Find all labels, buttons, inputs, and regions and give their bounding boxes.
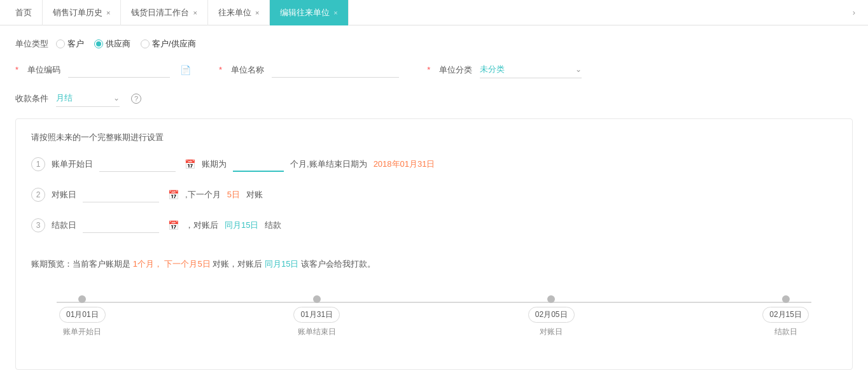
- unit-name-label: 单位名称: [231, 64, 264, 76]
- step-2-suffix-after: 对账: [246, 189, 263, 201]
- timeline-label-start: 账单开始日: [63, 327, 101, 337]
- tab-home[interactable]: 首页: [5, 0, 43, 25]
- preview-p1: 1个月，: [133, 259, 162, 269]
- step-3-suffix-before: ，对账后: [185, 220, 218, 231]
- unit-name-required: *: [219, 65, 222, 74]
- payment-condition-label: 收款条件: [15, 93, 48, 104]
- tab-cash-daily-label: 钱货日清工作台: [131, 7, 189, 18]
- timeline-box-reconcile: 02月05日: [528, 307, 575, 323]
- timeline-box-start: 01月01日: [59, 307, 106, 323]
- unit-category-required: *: [427, 65, 430, 74]
- unit-type-row: 单位类型 客户 供应商 客户/供应商: [15, 38, 853, 50]
- step-3-label: 结款日: [52, 220, 76, 231]
- tab-sales-history[interactable]: 销售订单历史 ×: [43, 0, 121, 25]
- tab-sales-history-close[interactable]: ×: [106, 9, 110, 17]
- radio-customer-label: 客户: [67, 38, 84, 50]
- radio-customer[interactable]: 客户: [56, 38, 84, 50]
- tab-partner[interactable]: 往来单位 ×: [208, 0, 270, 25]
- payment-condition-arrow-icon: ⌄: [113, 94, 120, 102]
- timeline-dot-payment: [782, 295, 790, 303]
- radio-both-circle: [141, 39, 150, 48]
- unit-type-radio-group: 客户 供应商 客户/供应商: [56, 38, 196, 50]
- tab-cash-daily-close[interactable]: ×: [193, 9, 197, 17]
- timeline-label-end: 账单结束日: [298, 327, 336, 337]
- step-1-period-unit: 个月,账单结束日期为: [290, 158, 367, 170]
- timeline-node-payment: 02月15日 结款日: [762, 295, 809, 337]
- payment-condition-row: 收款条件 月结 ⌄ ?: [15, 90, 853, 107]
- preview-p2: 下一个月5日: [164, 259, 210, 269]
- step-3-calendar-icon[interactable]: 📅: [168, 220, 179, 230]
- timeline-node-start: 01月01日 账单开始日: [59, 295, 106, 337]
- preview-mid: 对账，对账后: [213, 259, 262, 269]
- timeline-label-reconcile: 对账日: [540, 327, 563, 337]
- timeline-dot-end: [313, 295, 321, 303]
- step-2-suffix-before: ,下一个月: [185, 189, 221, 201]
- tab-partner-close[interactable]: ×: [255, 9, 259, 17]
- unit-type-label: 单位类型: [15, 38, 48, 50]
- main-content: 单位类型 客户 供应商 客户/供应商 * 单位编码 000001 📄 * 单位名…: [0, 25, 868, 387]
- tab-edit-partner-label: 编辑往来单位: [280, 7, 330, 18]
- timeline-node-reconcile: 02月05日 对账日: [528, 295, 575, 337]
- timeline-box-payment: 02月15日: [762, 307, 809, 323]
- unit-category-select[interactable]: 未分类 ⌄: [480, 61, 582, 78]
- timeline-label-payment: 结款日: [774, 327, 797, 337]
- step-1-period-end: 2018年01月31日: [374, 158, 435, 170]
- step-2-label: 对账日: [52, 189, 76, 201]
- step-1-date-input[interactable]: 2018-01-01: [99, 157, 176, 172]
- payment-condition-value: 月结: [56, 92, 108, 104]
- step-2-num: 2: [31, 188, 45, 202]
- timeline-node-end: 01月31日 账单结束日: [293, 295, 340, 337]
- unit-code-icon[interactable]: 📄: [180, 65, 191, 75]
- unit-info-row: * 单位编码 000001 📄 * 单位名称 河南供应商22 * 单位分类 未分…: [15, 61, 853, 78]
- unit-name-input[interactable]: 河南供应商22: [272, 62, 399, 78]
- tab-partner-label: 往来单位: [218, 7, 251, 18]
- unit-code-label: 单位编码: [27, 64, 60, 76]
- radio-supplier-circle: [94, 39, 103, 48]
- step-1-label: 账单开始日: [52, 158, 93, 170]
- tab-cash-daily[interactable]: 钱货日清工作台 ×: [121, 0, 207, 25]
- tab-sales-history-label: 销售订单历史: [53, 7, 102, 18]
- timeline-box-end: 01月31日: [293, 307, 340, 323]
- step-1-row: 1 账单开始日 2018-01-01 📅 账期为 1 个月,账单结束日期为 20…: [31, 156, 837, 172]
- preview-label: 账期预览：当前客户账期是: [31, 259, 130, 269]
- radio-both-label: 客户/供应商: [152, 38, 196, 50]
- settings-panel: 请按照未来的一个完整账期进行设置 1 账单开始日 2018-01-01 📅 账期…: [15, 118, 853, 370]
- radio-customer-circle: [56, 39, 65, 48]
- unit-code-input[interactable]: 000001: [68, 62, 170, 78]
- step-1-period-input[interactable]: 1: [233, 156, 284, 172]
- radio-supplier-label: 供应商: [106, 38, 130, 50]
- step-1-calendar-icon[interactable]: 📅: [185, 159, 195, 169]
- step-3-suffix-after: 结款: [265, 220, 281, 231]
- step-1-period-label: 账期为: [202, 158, 227, 170]
- step-2-suffix-highlight: 5日: [227, 189, 240, 201]
- timeline-nodes: 01月01日 账单开始日 01月31日 账单结束日 02月05日 对账日 02月…: [57, 295, 811, 337]
- timeline: 01月01日 账单开始日 01月31日 账单结束日 02月05日 对账日 02月…: [31, 283, 837, 356]
- unit-code-required: *: [15, 65, 18, 74]
- preview-end: 该客户会给我打款。: [301, 259, 375, 269]
- step-3-num: 3: [31, 218, 45, 232]
- panel-title: 请按照未来的一个完整账期进行设置: [31, 132, 837, 143]
- step-3-suffix-highlight: 同月15日: [225, 220, 258, 231]
- radio-supplier[interactable]: 供应商: [94, 38, 130, 50]
- step-2-row: 2 对账日 2018-02-05 📅 ,下一个月 5日 对账: [31, 187, 837, 202]
- preview-row: 账期预览：当前客户账期是 1个月， 下一个月5日 对账，对账后 同月15日 该客…: [31, 248, 837, 283]
- unit-category-label: 单位分类: [439, 64, 472, 76]
- step-1-num: 1: [31, 157, 45, 171]
- tab-edit-partner-close[interactable]: ×: [333, 9, 337, 17]
- unit-category-arrow-icon: ⌄: [575, 65, 582, 74]
- unit-category-value: 未分类: [480, 64, 570, 75]
- tabs-more-button[interactable]: ›: [845, 0, 863, 25]
- tab-edit-partner[interactable]: 编辑往来单位 ×: [270, 0, 348, 25]
- step-3-row: 3 结款日 2018-02-15 📅 ，对账后 同月15日 结款: [31, 218, 837, 233]
- timeline-dot-start: [78, 295, 86, 303]
- timeline-dot-reconcile: [547, 295, 555, 303]
- tab-home-label: 首页: [15, 7, 32, 18]
- step-2-date-input[interactable]: 2018-02-05: [83, 187, 159, 202]
- step-3-date-input[interactable]: 2018-02-15: [83, 218, 159, 233]
- preview-p3: 同月15日: [265, 259, 298, 269]
- tabs-bar: 首页 销售订单历史 × 钱货日清工作台 × 往来单位 × 编辑往来单位 × ›: [0, 0, 868, 25]
- step-2-calendar-icon[interactable]: 📅: [168, 190, 179, 200]
- radio-both[interactable]: 客户/供应商: [141, 38, 196, 50]
- payment-help-icon[interactable]: ?: [131, 94, 141, 104]
- payment-condition-select[interactable]: 月结 ⌄: [56, 90, 120, 107]
